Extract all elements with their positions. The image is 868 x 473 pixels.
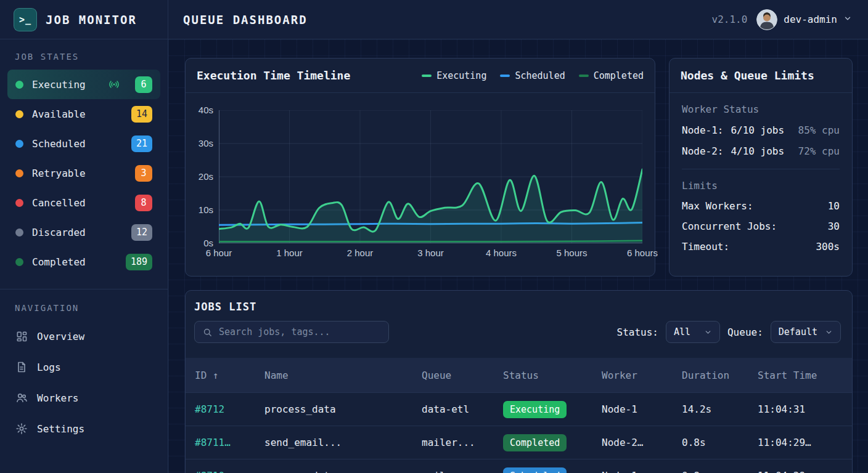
jobs-search[interactable] <box>194 321 389 343</box>
node-2-status: Node-2: 4/10 jobs 72% cpu <box>682 145 840 157</box>
node-jobs: 6/10 jobs <box>731 124 784 136</box>
x-axis-tick-label: 1 hour <box>276 248 303 258</box>
nav-label: Logs <box>37 362 61 373</box>
job-worker: Node-2… <box>602 437 682 448</box>
state-label: Discarded <box>32 227 123 238</box>
state-label: Executing <box>32 79 99 91</box>
job-id-link[interactable]: #8710 <box>195 470 264 473</box>
header-brand: >_ JOB MONITOR <box>0 0 168 39</box>
sidebar-item-scheduled[interactable]: Scheduled 21 <box>7 129 160 158</box>
job-start-time: 11:04:29 <box>758 470 852 473</box>
status-filter-value: All <box>674 326 690 338</box>
limit-timeout: Timeout: 300s <box>682 241 840 253</box>
status-badge: Scheduled <box>503 467 567 473</box>
status-filter-label: Status: <box>617 326 658 338</box>
table-row[interactable]: #8711… send_email... mailer... Completed… <box>186 426 852 459</box>
scheduled-dot <box>15 140 23 148</box>
count-badge: 6 <box>135 76 152 93</box>
table-row[interactable]: #8712 process_data data-etl Executing No… <box>186 392 852 426</box>
sidebar-item-settings[interactable]: Settings <box>0 413 168 444</box>
sidebar-item-retryable[interactable]: Retryable 3 <box>7 158 160 188</box>
job-states-heading: JOB STATES <box>0 52 168 62</box>
app-header: >_ JOB MONITOR QUEUE DASHBOARD v2.1.0 de… <box>0 0 868 39</box>
nodes-card-title: Nodes & Queue Limits <box>681 69 814 82</box>
node-cpu: 85% cpu <box>798 124 840 136</box>
sidebar-item-discarded[interactable]: Discarded 12 <box>7 217 160 247</box>
sidebar-item-overview[interactable]: Overview <box>0 321 168 352</box>
status-badge: Executing <box>503 401 567 418</box>
nav-label: Overview <box>37 331 84 342</box>
column-header-status[interactable]: Status <box>503 370 602 381</box>
job-duration: 14.2s <box>682 403 758 415</box>
chevron-down-icon <box>843 14 852 25</box>
column-header-worker[interactable]: Worker <box>602 370 682 381</box>
sidebar-item-executing[interactable]: Executing 6 <box>7 70 160 99</box>
chart-x-axis: 6 hour1 hour2 hour3 hour4 hours5 hours6 … <box>219 243 642 259</box>
queue-filter-select[interactable]: Default <box>771 321 841 343</box>
limits-heading: Limits <box>682 180 840 192</box>
job-duration: 0.8s <box>682 437 758 448</box>
job-name: send_email... <box>264 437 422 448</box>
retryable-dot <box>15 169 23 177</box>
legend-item-executing[interactable]: Executing <box>422 70 486 81</box>
state-label: Completed <box>32 256 117 268</box>
chevron-down-icon <box>704 328 712 336</box>
count-badge: 14 <box>131 106 152 123</box>
timeline-chart <box>219 110 642 243</box>
search-input[interactable] <box>219 326 381 338</box>
node-cpu: 72% cpu <box>798 145 840 157</box>
y-axis-tick-label: 0s <box>203 238 213 248</box>
x-axis-tick-label: 4 hours <box>486 248 517 258</box>
header-right: v2.1.0 dev-admin <box>712 9 853 30</box>
queue-filter-label: Queue: <box>727 326 763 338</box>
username: dev-admin <box>784 14 837 25</box>
sidebar-item-available[interactable]: Available 14 <box>7 99 160 129</box>
discarded-dot <box>15 228 23 236</box>
status-filter-select[interactable]: All <box>666 321 720 343</box>
sidebar-item-cancelled[interactable]: Cancelled 8 <box>7 188 160 217</box>
sidebar-item-completed[interactable]: Completed 189 <box>7 247 160 277</box>
column-header-start-time[interactable]: Start Time <box>758 370 852 381</box>
queue-filter-value: Default <box>779 326 817 338</box>
x-axis-tick-label: 6 hour <box>206 248 232 258</box>
logs-file-icon <box>15 361 28 373</box>
x-axis-tick-label: 3 hour <box>417 248 444 258</box>
count-badge: 8 <box>135 195 152 211</box>
limit-label: Concurrent Jobs: <box>682 220 777 232</box>
job-queue: mailer <box>422 470 503 473</box>
limit-label: Timeout: <box>682 241 729 253</box>
y-axis-tick-label: 40s <box>199 105 213 115</box>
version-label: v2.1.0 <box>712 14 748 25</box>
column-header-duration[interactable]: Duration <box>682 370 758 381</box>
count-badge: 189 <box>126 254 152 270</box>
limit-value: 300s <box>816 241 840 253</box>
table-row[interactable]: #8710 process_data mailer Scheduled Node… <box>186 459 852 473</box>
avatar <box>756 9 777 30</box>
column-header-id[interactable]: ID ↑ <box>195 370 264 381</box>
main-content: Execution Time Timeline Executing Schedu… <box>168 39 868 473</box>
job-id-link[interactable]: #8712 <box>195 403 264 415</box>
sidebar-item-workers[interactable]: Workers <box>0 382 168 413</box>
legend-label: Completed <box>594 70 644 81</box>
job-id-link[interactable]: #8711… <box>195 437 264 448</box>
count-badge: 21 <box>131 135 152 152</box>
settings-gear-icon <box>15 422 28 435</box>
sidebar-item-logs[interactable]: Logs <box>0 352 168 382</box>
limit-concurrent-jobs: Concurrent Jobs: 30 <box>682 220 840 232</box>
terminal-logo-icon: >_ <box>14 8 37 31</box>
column-header-name[interactable]: Name <box>264 370 422 381</box>
page-title: QUEUE DASHBOARD <box>183 13 308 26</box>
job-queue: data-etl <box>422 403 503 415</box>
legend-item-completed[interactable]: Completed <box>579 70 644 81</box>
cancelled-dot <box>15 199 23 207</box>
legend-item-scheduled[interactable]: Scheduled <box>500 70 565 81</box>
jobs-table-header: ID ↑ Name Queue Status Worker Duration S… <box>186 358 852 392</box>
available-dot <box>15 110 23 118</box>
jobs-table: ID ↑ Name Queue Status Worker Duration S… <box>186 358 852 473</box>
state-label: Scheduled <box>32 138 123 150</box>
worker-status-heading: Worker Status <box>682 103 840 115</box>
user-menu[interactable]: dev-admin <box>756 9 852 30</box>
column-header-queue[interactable]: Queue <box>422 370 503 381</box>
job-queue: mailer... <box>422 437 503 448</box>
job-name: process_data <box>264 403 422 415</box>
